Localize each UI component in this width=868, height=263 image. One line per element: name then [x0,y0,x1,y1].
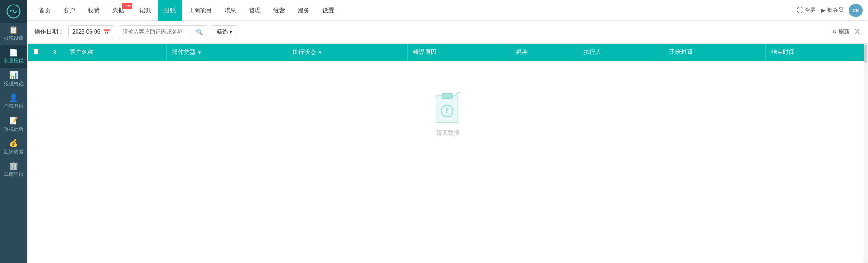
sidebar-item-label: 工商年报 [4,171,24,178]
th-executor: 执行人 [578,44,663,61]
sort-icon-operation: ▼ [197,50,202,55]
new-badge: new [122,3,132,9]
sidebar: 📋 报税设置 📄 批量报税 📊 报税总览 👤 个税申报 📝 报税记录 💰 汇算清… [0,0,27,263]
th-tax-type: 税种 [510,44,578,61]
vip-icon: ▶ [821,7,825,14]
sidebar-item-label: 个税申报 [4,103,24,110]
date-label: 操作日期： [34,28,64,36]
column-settings-icon: ⚙ [52,49,57,56]
th-end-time: 结束时间 [766,44,868,61]
sidebar-item-label: 报税记录 [4,126,24,132]
nav-item-jingying[interactable]: 经营 [267,0,292,21]
empty-state-cell: 暂无数据 [28,61,868,164]
nav-item-fuwu[interactable]: 服务 [292,0,316,21]
vip-btn[interactable]: ▶ 畅会员 [821,6,844,14]
search-icon: 🔍 [196,29,203,35]
nav-item-shezhi[interactable]: 设置 [316,0,340,21]
svg-rect-4 [446,107,447,111]
nav-item-jizhang[interactable]: 记账 [133,0,158,21]
select-all-checkbox[interactable] [33,49,39,54]
empty-illustration [430,88,466,129]
th-customer-name: 客户名称 [64,44,166,61]
close-button[interactable]: ✕ [854,28,861,36]
overview-icon: 📊 [9,72,18,79]
th-checkbox[interactable] [28,44,46,61]
sort-icon-status: ▼ [318,50,322,55]
page-content: 操作日期： 2023-06-06 📅 🔍 筛选 ▾ ↻ 刷新 ✕ [27,21,868,263]
sidebar-item-label: 批量报税 [4,58,24,64]
record-icon: 📝 [9,117,18,124]
annual-report-icon: 🏢 [9,162,18,170]
app-logo [0,0,27,23]
data-table-wrapper: ⚙ 客户名称 操作类型 ▼ 执行状态 ▼ [27,43,868,263]
sidebar-item-baoshui-shezhi[interactable]: 📋 报税设置 [0,23,27,45]
sidebar-item-huisuan-jiaona[interactable]: 💰 汇算清缴 [0,136,27,159]
sidebar-item-baoshui-zongjian[interactable]: 📊 报税总览 [0,68,27,91]
main-content: 首页 客户 收费 票据 new 记账 报税 工商项目 消息 [27,0,868,263]
calendar-icon: 📅 [103,29,110,35]
nav-item-home[interactable]: 首页 [33,0,57,21]
topnav-right: ⛶ 全屏 ▶ 畅会员 CE [797,4,863,17]
sidebar-item-label: 汇算清缴 [4,148,24,155]
avatar[interactable]: CE [849,4,863,17]
empty-text: 暂无数据 [436,129,460,137]
sidebar-item-gesui-shenbao[interactable]: 👤 个税申报 [0,91,27,113]
nav-item-piao[interactable]: 票据 new [106,0,133,21]
search-input[interactable] [119,26,192,38]
data-table: ⚙ 客户名称 操作类型 ▼ 执行状态 ▼ [28,44,868,164]
th-settings[interactable]: ⚙ [46,44,64,61]
empty-row: 暂无数据 [28,61,868,164]
svg-rect-2 [442,93,452,98]
toolbar-right: ↻ 刷新 ✕ [832,28,861,36]
fullscreen-btn[interactable]: ⛶ 全屏 [797,6,815,14]
search-button[interactable]: 🔍 [192,26,207,38]
table-body: 暂无数据 [28,61,868,164]
nav-item-xiaoxi[interactable]: 消息 [218,0,243,21]
scrollbar-thumb[interactable] [864,44,867,63]
empty-state: 暂无数据 [28,61,868,164]
settlement-icon: 💰 [9,140,18,147]
search-box: 🔍 [119,25,207,38]
sidebar-item-piliang-baoshui[interactable]: 📄 批量报税 [0,45,27,68]
sidebar-item-baoshui-jilu[interactable]: 📝 报税记录 [0,113,27,136]
th-start-time: 开始时间 [663,44,766,61]
date-picker[interactable]: 2023-06-06 📅 [68,25,114,38]
nav-item-shoufei[interactable]: 收费 [82,0,106,21]
sidebar-item-label: 报税设置 [4,35,24,42]
fullscreen-icon: ⛶ [797,7,803,14]
filter-button[interactable]: 筛选 ▾ [212,25,237,38]
sidebar-item-label: 报税总览 [4,80,24,87]
nav-item-customer[interactable]: 客户 [57,0,82,21]
date-value: 2023-06-06 [72,29,100,35]
th-exec-status[interactable]: 执行状态 ▼ [287,44,408,61]
nav-item-guanli[interactable]: 管理 [243,0,267,21]
th-operation-type[interactable]: 操作类型 ▼ [166,44,287,61]
filter-label: 筛选 [217,28,228,36]
top-navigation: 首页 客户 收费 票据 new 记账 报税 工商项目 消息 [27,0,868,21]
th-error-reason: 错误原因 [408,44,510,61]
personal-tax-icon: 👤 [9,94,18,102]
toolbar: 操作日期： 2023-06-06 📅 🔍 筛选 ▾ ↻ 刷新 ✕ [27,21,868,43]
svg-rect-5 [446,112,447,113]
sidebar-item-gongshang-nianbao[interactable]: 🏢 工商年报 [0,159,27,181]
settings-icon: 📋 [9,26,18,34]
nav-item-gongshang[interactable]: 工商项目 [182,0,218,21]
svg-line-6 [456,92,458,95]
batch-tax-icon: 📄 [9,49,18,56]
refresh-icon: ↻ [832,29,837,35]
refresh-button[interactable]: ↻ 刷新 [832,28,849,36]
chevron-down-icon: ▾ [230,29,232,35]
nav-items: 首页 客户 收费 票据 new 记账 报税 工商项目 消息 [33,0,797,21]
svg-marker-7 [459,91,460,93]
nav-item-baoshui[interactable]: 报税 [158,0,182,21]
scrollbar-right[interactable] [864,44,868,263]
table-header-row: ⚙ 客户名称 操作类型 ▼ 执行状态 ▼ [28,44,868,61]
